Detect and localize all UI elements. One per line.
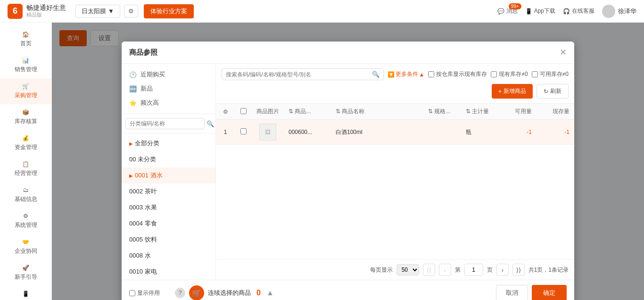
category-search: 🔍 xyxy=(122,114,215,133)
sidebar-label-basic-info: 基础信息 xyxy=(15,195,37,203)
total-label: 共1页，1条记录 xyxy=(528,266,569,274)
category-item-2[interactable]: 0002 茶叶 xyxy=(122,183,215,200)
row-checkbox[interactable] xyxy=(240,128,247,134)
modal-title: 商品参照 xyxy=(129,48,157,57)
checkbox-stock[interactable] xyxy=(491,71,497,77)
username-label: 徐泽华 xyxy=(618,7,636,16)
category-item-5[interactable]: 0005 饮料 xyxy=(122,232,215,248)
product-search-wrap: 🔍 xyxy=(222,68,384,80)
th-code[interactable]: ⇅ 商品... xyxy=(284,104,331,120)
footer-right: 取消 确定 xyxy=(496,285,567,300)
show-disabled-label[interactable]: 显示停用 xyxy=(129,289,160,297)
experience-button[interactable]: 体验行业方案 xyxy=(144,4,194,18)
sidebar-label-collab: 企业协同 xyxy=(15,247,37,255)
per-page-select[interactable]: 50 xyxy=(396,264,419,275)
category-item-7[interactable]: 0010 家电 xyxy=(122,264,215,280)
th-stock-label: 现存量 xyxy=(553,108,570,115)
category-item-1[interactable]: ▶ 0001 酒水 xyxy=(122,167,215,183)
nav-selector[interactable]: 日太阳膜 ▼ xyxy=(75,5,120,18)
sidebar-item-sales[interactable]: 📊 销售管理 xyxy=(0,52,51,78)
category-item-3[interactable]: 0003 水果 xyxy=(122,200,215,216)
quick-filter-frequent[interactable]: ⭐ 频次高 xyxy=(125,96,212,110)
checkbox-avail-label[interactable]: 可用库存≠0 xyxy=(532,70,569,78)
online-service-label: 在线客服 xyxy=(572,7,594,15)
headset-icon: 🎧 xyxy=(563,8,570,15)
category-item-6[interactable]: 0008 水 xyxy=(122,248,215,264)
add-product-button[interactable]: + 新增商品 xyxy=(492,84,533,99)
cart-button[interactable]: 🛒 xyxy=(189,285,204,300)
modal-footer: 显示停用 ? 🛒 连续选择的商品 0 ▲ 取消 确定 xyxy=(122,280,574,300)
th-img-label: 商品图片 xyxy=(256,108,279,115)
toolbar-right: + 新增商品 ↻ 刷新 xyxy=(492,84,569,99)
table-row[interactable]: 1 🖼 xyxy=(216,120,574,145)
first-page-button[interactable]: ⟨⟨ xyxy=(423,264,435,276)
nav-selector-label: 日太阳膜 xyxy=(82,7,106,16)
th-unit[interactable]: ⇅ 主计量 xyxy=(461,104,499,120)
sidebar-item-basic-info[interactable]: 🗂 基础信息 xyxy=(0,182,51,208)
category-search-input[interactable] xyxy=(125,118,205,129)
category-item-0[interactable]: 00 未分类 xyxy=(122,151,215,167)
product-search-icon[interactable]: 🔍 xyxy=(372,71,380,78)
quick-filter-recent[interactable]: 🕐 近期购买 xyxy=(125,67,212,82)
confirm-button[interactable]: 确定 xyxy=(532,285,567,300)
user-area[interactable]: 徐泽华 xyxy=(602,5,636,18)
settings-button[interactable]: ⚙ xyxy=(124,5,138,17)
th-code-label: 商品... xyxy=(295,108,311,115)
cell-avail: -1 xyxy=(499,120,537,145)
th-name[interactable]: ⇅ 商品名称 xyxy=(331,104,423,120)
col-settings-icon[interactable]: ⚙ xyxy=(223,108,228,115)
last-page-button[interactable]: ⟩⟩ xyxy=(512,264,525,276)
sidebar-item-purchase[interactable]: 🛒 采购管理 xyxy=(0,78,51,104)
quick-filter-recent-label: 近期购买 xyxy=(140,70,165,79)
arrow-right-icon: ▶ xyxy=(129,141,133,146)
sidebar-item-inventory[interactable]: 📦 库存核算 xyxy=(0,104,51,130)
sort-name-icon: ⇅ xyxy=(336,108,340,115)
more-conditions-btn[interactable]: 🔽 更多条件 ▲ xyxy=(388,70,425,78)
table-header-row: ⚙ 商品图片 xyxy=(216,104,574,120)
sidebar-label-purchase: 采购管理 xyxy=(15,92,37,100)
sidebar-item-system[interactable]: ⚙ 系统管理 xyxy=(0,208,51,234)
cell-code: 000600... xyxy=(284,120,331,145)
sidebar-label-sales: 销售管理 xyxy=(15,66,37,74)
cancel-button[interactable]: 取消 xyxy=(496,285,528,300)
product-table-wrap: ⚙ 商品图片 xyxy=(216,104,574,259)
sidebar-item-finance[interactable]: 💰 资金管理 xyxy=(0,130,51,156)
checkbox-avail[interactable] xyxy=(532,71,538,77)
system-icon: ⚙ xyxy=(23,213,28,219)
brand-name: 畅捷通好生意 xyxy=(26,4,66,12)
sidebar-item-operations[interactable]: 📋 经营管理 xyxy=(0,156,51,182)
message-icon-item[interactable]: 💬 99+ 消息 xyxy=(497,7,518,15)
modal-close-button[interactable]: ✕ xyxy=(560,47,567,58)
sidebar-item-home[interactable]: 🏠 首页 xyxy=(0,26,51,52)
cell-img: 🖼 xyxy=(252,120,284,145)
sidebar-label-system: 系统管理 xyxy=(15,221,37,229)
help-icon[interactable]: ? xyxy=(175,288,185,298)
message-badge: 99+ xyxy=(509,3,521,9)
quick-filter-new[interactable]: 🆕 新品 xyxy=(125,82,212,96)
th-spec[interactable]: ⇅ 规格... xyxy=(423,104,461,120)
category-item-4[interactable]: 0004 零食 xyxy=(122,216,215,232)
refresh-button[interactable]: ↻ 刷新 xyxy=(537,84,569,99)
online-service-item[interactable]: 🎧 在线客服 xyxy=(563,7,594,15)
sidebar-item-guide[interactable]: 🚀 新手引导 xyxy=(0,260,51,286)
product-table: ⚙ 商品图片 xyxy=(216,104,574,145)
checkbox-stock-label[interactable]: 现有库存≠0 xyxy=(491,70,528,78)
home-icon: 🏠 xyxy=(22,31,29,38)
checkbox-warehouse-label[interactable]: 按仓库显示现有库存 xyxy=(428,70,487,78)
category-search-icon[interactable]: 🔍 xyxy=(206,120,214,127)
prev-page-button[interactable]: ‹ xyxy=(439,264,451,276)
cell-name: 白酒100ml xyxy=(331,120,423,145)
product-search-input[interactable] xyxy=(226,71,370,78)
show-disabled-checkbox[interactable] xyxy=(129,290,135,296)
page-number-input[interactable] xyxy=(464,264,483,276)
select-all-checkbox[interactable] xyxy=(240,108,247,114)
collapse-icon[interactable]: ▲ xyxy=(266,289,274,297)
category-item-all[interactable]: ▶ 全部分类 xyxy=(122,135,215,151)
cell-unit: 瓶 xyxy=(461,120,499,145)
sidebar-item-collab[interactable]: 🤝 企业协同 xyxy=(0,234,51,260)
sidebar-item-app-center[interactable]: 📱 应用中心 xyxy=(0,286,51,300)
image-icon: 🖼 xyxy=(265,129,271,135)
app-download-item[interactable]: 📱 App下载 xyxy=(525,7,555,15)
next-page-button[interactable]: › xyxy=(496,264,509,276)
checkbox-warehouse[interactable] xyxy=(428,71,434,77)
